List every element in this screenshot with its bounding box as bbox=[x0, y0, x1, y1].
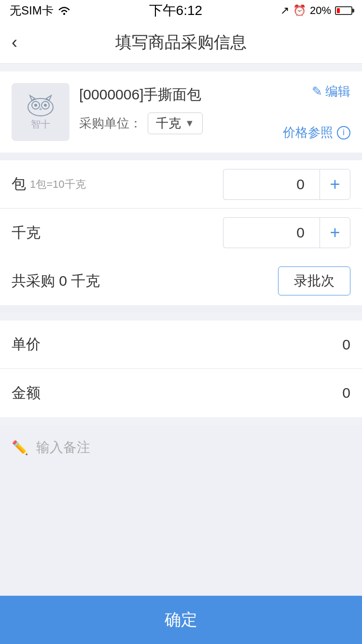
edit-button[interactable]: ✎ 编辑 bbox=[312, 83, 350, 100]
kg-label: 千克 bbox=[12, 223, 41, 243]
price-ref-button[interactable]: 价格参照 i bbox=[283, 124, 350, 141]
bag-plus-button[interactable]: + bbox=[320, 169, 350, 200]
kg-plus-button[interactable]: + bbox=[320, 217, 350, 248]
unit-value: 千克 bbox=[156, 115, 181, 132]
plus-icon: + bbox=[330, 174, 340, 195]
wifi-icon bbox=[57, 6, 71, 15]
logo-text: 智十 bbox=[31, 118, 50, 131]
svg-point-4 bbox=[34, 104, 37, 107]
status-bar: 无SIM卡 下午6:12 ↗ ⏰ 20% bbox=[0, 0, 362, 21]
status-time: 下午6:12 bbox=[149, 1, 203, 20]
bag-input-row: 包 1包=10千克 + bbox=[0, 160, 362, 209]
unit-price-label: 单价 bbox=[12, 335, 41, 354]
notes-section[interactable]: ✏️ 输入备注 bbox=[0, 425, 362, 470]
info-icon: i bbox=[337, 126, 350, 140]
unit-label: 采购单位： bbox=[79, 115, 142, 132]
summary-row: 共采购 0 千克 录批次 bbox=[0, 257, 362, 305]
alarm-icon: ⏰ bbox=[293, 4, 306, 17]
svg-point-5 bbox=[44, 104, 47, 107]
unit-price-value: 0 bbox=[342, 336, 350, 353]
price-section: 单价 0 金额 0 bbox=[0, 321, 362, 417]
amount-row: 金额 0 bbox=[0, 369, 362, 417]
status-left: 无SIM卡 bbox=[10, 3, 71, 18]
battery-icon bbox=[335, 6, 352, 15]
carrier-text: 无SIM卡 bbox=[10, 3, 54, 18]
batch-button[interactable]: 录批次 bbox=[278, 266, 350, 295]
logo-owl-icon bbox=[26, 94, 55, 118]
back-icon: ‹ bbox=[12, 32, 17, 52]
edit-icon: ✎ bbox=[312, 84, 322, 99]
back-button[interactable]: ‹ bbox=[12, 32, 17, 53]
plus-icon-2: + bbox=[330, 223, 340, 243]
product-name: [0000006]手撕面包 bbox=[79, 85, 350, 105]
product-card: 智十 [0000006]手撕面包 采购单位： 千克 ▼ ✎ 编辑 价格参照 i bbox=[0, 71, 362, 153]
unit-price-row: 单价 0 bbox=[0, 321, 362, 369]
amount-value: 0 bbox=[342, 385, 350, 401]
bag-input-wrapper: + bbox=[223, 169, 350, 200]
pencil-icon: ✏️ bbox=[12, 440, 28, 456]
amount-label: 金额 bbox=[12, 383, 41, 403]
input-section: 包 1包=10千克 + 千克 + bbox=[0, 160, 362, 257]
content-area bbox=[0, 470, 362, 615]
unit-select[interactable]: 千克 ▼ bbox=[148, 112, 203, 134]
kg-input-wrapper: + bbox=[223, 217, 350, 248]
bag-sublabel: 1包=10千克 bbox=[30, 177, 86, 192]
section-divider-1 bbox=[0, 153, 362, 160]
status-right: ↗ ⏰ 20% bbox=[280, 4, 352, 17]
location-icon: ↗ bbox=[280, 4, 289, 17]
section-divider-2 bbox=[0, 305, 362, 313]
product-logo: 智十 bbox=[26, 94, 55, 131]
chevron-down-icon: ▼ bbox=[185, 118, 195, 129]
confirm-button[interactable]: 确定 bbox=[165, 609, 197, 631]
nav-bar: ‹ 填写商品采购信息 bbox=[0, 21, 362, 64]
price-ref-label: 价格参照 bbox=[283, 124, 333, 141]
bag-input[interactable] bbox=[223, 169, 320, 200]
edit-label: 编辑 bbox=[325, 83, 350, 100]
kg-input[interactable] bbox=[223, 217, 320, 248]
battery-percent: 20% bbox=[310, 4, 331, 17]
page-title: 填写商品采购信息 bbox=[115, 31, 247, 54]
kg-input-row: 千克 + bbox=[0, 209, 362, 257]
summary-text: 共采购 0 千克 bbox=[12, 271, 100, 291]
footer[interactable]: 确定 bbox=[0, 596, 362, 644]
svg-marker-6 bbox=[39, 107, 42, 110]
bag-label: 包 bbox=[12, 174, 26, 194]
svg-point-0 bbox=[63, 13, 65, 15]
notes-placeholder: 输入备注 bbox=[36, 438, 90, 457]
product-image: 智十 bbox=[12, 83, 70, 141]
